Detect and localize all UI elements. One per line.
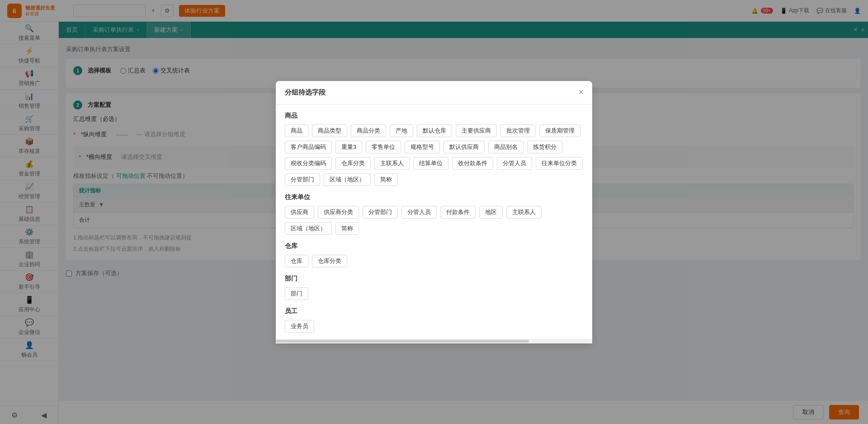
field-tag-short-name-partner[interactable]: 简称: [335, 222, 359, 235]
field-select-modal: 分组待选字段 × 商品 商品 商品类型 商品分类 产地 默认仓库 主要供应商 批…: [276, 81, 592, 343]
field-group-warehouse-title: 仓库: [285, 242, 583, 250]
field-tag-spec-model[interactable]: 规格型号: [405, 141, 440, 153]
field-tag-goods-category[interactable]: 商品分类: [351, 124, 386, 137]
field-group-partner: 往来单位 供应商 供应商分类 分管部门 分管人员 付款条件 地区 主联系人 区域…: [285, 193, 583, 235]
modal-close-button[interactable]: ×: [579, 88, 583, 96]
modal-header: 分组待选字段 ×: [276, 81, 592, 105]
field-tags-employee: 业务员: [285, 320, 583, 333]
field-tag-weight3[interactable]: 重量3: [335, 141, 362, 153]
field-group-partner-title: 往来单位: [285, 193, 583, 201]
field-tag-payment-cond[interactable]: 付款条件: [440, 206, 476, 219]
scrollbar-thumb-h: [276, 340, 529, 343]
field-tag-main-contact[interactable]: 主联系人: [374, 157, 410, 170]
field-tag-default-warehouse[interactable]: 默认仓库: [417, 124, 452, 137]
field-tag-batch-mgmt[interactable]: 批次管理: [500, 124, 536, 137]
field-tag-short-name[interactable]: 简称: [374, 173, 398, 186]
field-group-employee: 员工 业务员: [285, 307, 583, 333]
field-tag-area[interactable]: 地区: [479, 206, 503, 219]
field-tag-warehouse-cat[interactable]: 仓库分类: [312, 255, 347, 267]
field-tag-warehouse-category[interactable]: 仓库分类: [335, 157, 371, 170]
field-tag-manager[interactable]: 分管人员: [497, 157, 532, 170]
field-group-employee-title: 员工: [285, 307, 583, 315]
field-tag-supplier-category[interactable]: 供应商分类: [318, 206, 359, 219]
field-tag-dept-in-charge[interactable]: 分管部门: [285, 173, 320, 186]
field-tag-region-goods[interactable]: 区域（地区）: [324, 173, 371, 186]
modal-scrollbar-horizontal[interactable]: [276, 339, 592, 343]
field-tag-default-supplier[interactable]: 默认供应商: [443, 141, 485, 153]
field-tag-goods[interactable]: 商品: [285, 124, 308, 137]
field-tag-main-contact-partner[interactable]: 主联系人: [506, 206, 542, 219]
field-tags-partner: 供应商 供应商分类 分管部门 分管人员 付款条件 地区 主联系人 区域（地区） …: [285, 206, 583, 235]
field-tag-warehouse[interactable]: 仓库: [285, 255, 308, 267]
field-tag-origin[interactable]: 产地: [390, 124, 413, 137]
field-tag-expiry-mgmt[interactable]: 保质期管理: [539, 124, 580, 137]
field-group-goods: 商品 商品 商品类型 商品分类 产地 默认仓库 主要供应商 批次管理 保质期管理…: [285, 112, 583, 186]
field-tags-dept: 部门: [285, 287, 583, 300]
field-tag-tax-code[interactable]: 税收分类编码: [285, 157, 332, 170]
modal-body: 商品 商品 商品类型 商品分类 产地 默认仓库 主要供应商 批次管理 保质期管理…: [276, 105, 592, 339]
field-group-dept-title: 部门: [285, 275, 583, 283]
field-tag-supplier[interactable]: 供应商: [285, 206, 314, 219]
field-tags-warehouse: 仓库 仓库分类: [285, 255, 583, 267]
field-tag-retail-unit[interactable]: 零售单位: [366, 141, 401, 153]
field-tag-goods-type[interactable]: 商品类型: [312, 124, 347, 137]
modal-title: 分组待选字段: [285, 88, 326, 97]
field-group-goods-title: 商品: [285, 112, 583, 120]
field-tag-dept[interactable]: 部门: [285, 287, 308, 300]
field-tag-partner-category[interactable]: 往来单位分类: [536, 157, 583, 170]
field-tag-main-supplier[interactable]: 主要供应商: [456, 124, 497, 137]
modal-overlay: 分组待选字段 × 商品 商品 商品类型 商品分类 产地 默认仓库 主要供应商 批…: [0, 0, 868, 424]
field-tag-dept-partner[interactable]: 分管部门: [363, 206, 398, 219]
field-tag-pick-points[interactable]: 拣货积分: [527, 141, 562, 153]
field-group-dept: 部门 部门: [285, 275, 583, 300]
field-tag-salesperson[interactable]: 业务员: [285, 320, 314, 333]
field-tag-region-partner[interactable]: 区域（地区）: [285, 222, 332, 235]
field-tag-payment-terms[interactable]: 收付款条件: [452, 157, 493, 170]
field-group-warehouse: 仓库 仓库 仓库分类: [285, 242, 583, 267]
field-tags-goods: 商品 商品类型 商品分类 产地 默认仓库 主要供应商 批次管理 保质期管理 客户…: [285, 124, 583, 186]
field-tag-manager-partner[interactable]: 分管人员: [401, 206, 437, 219]
field-tag-settlement-unit[interactable]: 结算单位: [413, 157, 448, 170]
field-tag-customer-code[interactable]: 客户商品编码: [285, 141, 332, 153]
field-tag-goods-alias[interactable]: 商品别名: [488, 141, 524, 153]
